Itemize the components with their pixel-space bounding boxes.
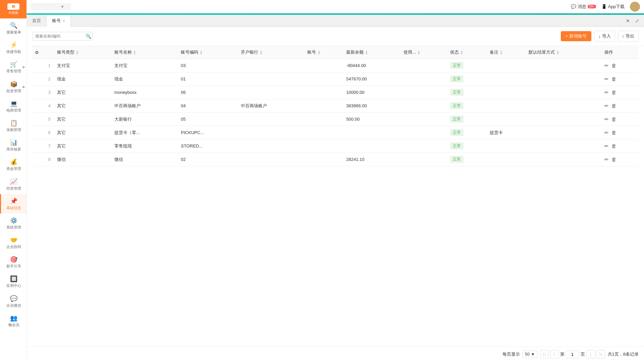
- sidebar-item-member[interactable]: 👥 畅会员: [0, 311, 26, 330]
- cell-index: 6: [44, 126, 54, 139]
- th-type[interactable]: 账号类型▲▼: [54, 46, 112, 59]
- cell-remark: 提货卡: [487, 126, 526, 139]
- cell-action: ✏ 🗑: [602, 126, 639, 139]
- sidebar-item-label: 企业微信: [6, 303, 21, 308]
- cell-bank: [238, 113, 305, 126]
- sidebar-item-system[interactable]: ⚙️ 系统管理: [0, 214, 26, 233]
- sidebar-item-inventory[interactable]: 📊 库存核算: [0, 135, 26, 155]
- messages-button[interactable]: 💬 消息 99+: [571, 4, 596, 10]
- delete-button[interactable]: 🗑: [611, 157, 616, 162]
- tab-expand-button[interactable]: ⤢: [633, 17, 641, 25]
- delete-button[interactable]: 🗑: [611, 116, 616, 122]
- delete-button[interactable]: 🗑: [611, 76, 616, 82]
- th-code[interactable]: 账号编码▲▼: [178, 46, 238, 59]
- cell-account: [305, 113, 343, 126]
- action-buttons: ✏ 🗑: [604, 157, 636, 163]
- page-size-select[interactable]: 50 ▼: [523, 351, 537, 358]
- guide-icon: 🎯: [10, 256, 17, 263]
- page-prev-button[interactable]: ⟨: [550, 350, 559, 359]
- edit-button[interactable]: ✏: [604, 130, 609, 136]
- cell-code: STORED...: [178, 139, 238, 153]
- th-remark[interactable]: 备注▲▼: [487, 46, 526, 59]
- th-settlement[interactable]: 默认结算方式▲▼: [526, 46, 602, 59]
- import-button[interactable]: ↓ 导入: [594, 31, 615, 42]
- header-search-input[interactable]: [34, 4, 60, 9]
- page-size-dropdown-icon: ▼: [531, 352, 535, 357]
- table-row: 5 其它 大新银行 05 500.00 正常 ✏ 🗑: [32, 113, 639, 126]
- th-bank[interactable]: 开户银行▲▼: [238, 46, 305, 59]
- sidebar-item-collab[interactable]: 🤝 企业协同: [0, 233, 26, 252]
- page-number-input[interactable]: [566, 351, 579, 358]
- th-settings[interactable]: ⚙: [32, 46, 44, 59]
- cell-action: ✏ 🗑: [602, 86, 639, 99]
- delete-button[interactable]: 🗑: [611, 143, 616, 149]
- app-download-button[interactable]: 📱 App下载: [601, 4, 625, 10]
- add-account-button[interactable]: + 新增账号: [561, 31, 591, 41]
- th-balance[interactable]: 最新余额▲▼: [343, 46, 401, 59]
- search-icon[interactable]: 🔍: [86, 34, 91, 39]
- cell-bank: [238, 153, 305, 166]
- tab-close-icon[interactable]: ×: [63, 19, 65, 23]
- sidebar-item-operations[interactable]: 📈 经营管理: [0, 175, 26, 194]
- cell-account: [305, 126, 343, 139]
- th-usage[interactable]: 使用...▲▼: [401, 46, 447, 59]
- sidebar-item-ecommerce[interactable]: 💻 电商管理: [0, 97, 26, 116]
- edit-button[interactable]: ✏: [604, 116, 609, 122]
- sidebar-item-purchase[interactable]: 📋 采购管理: [0, 116, 26, 135]
- status-badge: 正常: [450, 89, 464, 96]
- sidebar-item-apps[interactable]: 🔲 应用中心: [0, 272, 26, 291]
- edit-button[interactable]: ✏: [604, 143, 609, 149]
- sidebar-item-wholesale[interactable]: 📦 批发管理 ▶: [0, 77, 26, 97]
- edit-button[interactable]: ✏: [604, 103, 609, 109]
- cell-settings: [32, 153, 44, 166]
- page-next-button[interactable]: ⟩: [586, 350, 595, 359]
- finance-icon: 💰: [10, 158, 17, 166]
- header-dropdown-arrow[interactable]: ▼: [60, 4, 64, 9]
- table-row: 2 现金 现金 01 547670.00 正常 ✏ 🗑: [32, 72, 639, 86]
- table-row: 7 其它 零售抵现 STORED... 正常 ✏ 🗑: [32, 139, 639, 153]
- delete-button[interactable]: 🗑: [611, 63, 616, 68]
- user-avatar[interactable]: [630, 2, 640, 12]
- th-name[interactable]: 账号名称▲▼: [112, 46, 178, 59]
- cell-settlement: [526, 113, 602, 126]
- search-input[interactable]: [35, 34, 86, 39]
- tab-home[interactable]: 首页: [27, 15, 47, 27]
- search-box[interactable]: 🔍: [32, 32, 93, 41]
- sidebar-item-wechat-work[interactable]: 💬 企业微信: [0, 292, 26, 311]
- edit-button[interactable]: ✏: [604, 76, 609, 82]
- cell-balance: 28241.10: [343, 153, 401, 166]
- delete-button[interactable]: 🗑: [611, 130, 616, 135]
- cell-settings: [32, 59, 44, 72]
- th-status[interactable]: 状态▲▼: [447, 46, 487, 59]
- page-first-button[interactable]: ⟨⟨: [540, 350, 549, 359]
- sidebar-item-finance[interactable]: 💰 资金管理: [0, 155, 26, 174]
- export-button[interactable]: ↑ 导出: [618, 31, 639, 42]
- edit-button[interactable]: ✏: [604, 157, 609, 163]
- cell-name: 微信: [112, 153, 178, 166]
- tab-accounts[interactable]: 账号 ×: [47, 15, 71, 27]
- action-buttons: ✏ 🗑: [604, 89, 636, 96]
- edit-button[interactable]: ✏: [604, 89, 609, 96]
- sidebar-item-guide[interactable]: 🎯 新手引导: [0, 252, 26, 272]
- cell-bank: [238, 59, 305, 72]
- cell-remark: [487, 86, 526, 99]
- cell-usage: [401, 139, 447, 153]
- tab-close-button[interactable]: ✕: [624, 17, 632, 25]
- status-badge: 正常: [450, 156, 464, 163]
- delete-button[interactable]: 🗑: [611, 89, 616, 95]
- delete-button[interactable]: 🗑: [611, 103, 616, 109]
- export-icon: ↑: [622, 34, 625, 39]
- sidebar-item-basic-info[interactable]: 📌 基础信息: [0, 194, 26, 214]
- edit-button[interactable]: ✏: [604, 63, 609, 69]
- collab-icon: 🤝: [10, 236, 17, 244]
- th-account[interactable]: 账号▲▼: [305, 46, 343, 59]
- sidebar-item-search[interactable]: 🔍 搜索菜单: [0, 18, 26, 38]
- cell-settlement: [526, 86, 602, 99]
- th-index: [44, 46, 54, 59]
- sidebar-item-retail[interactable]: 🛒 零售管理 ▶: [0, 57, 26, 77]
- page-last-button[interactable]: ⟩⟩: [596, 350, 605, 359]
- cell-type: 微信: [54, 153, 112, 166]
- sidebar-item-label: 新手引导: [6, 264, 21, 268]
- header-search-box[interactable]: ▼: [31, 3, 71, 10]
- sidebar-item-quicknav[interactable]: ⚡ 快捷导航: [0, 38, 26, 57]
